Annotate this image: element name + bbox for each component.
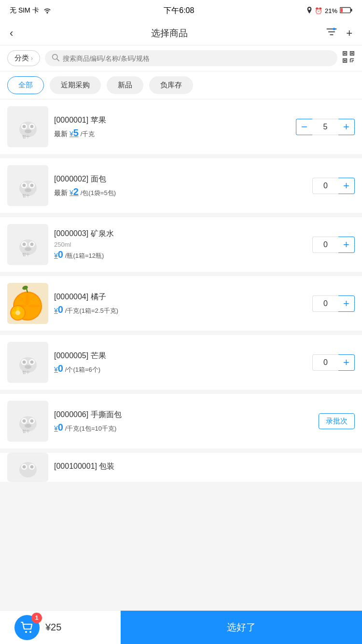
qty-plus-button[interactable]: +: [338, 237, 355, 253]
confirm-button[interactable]: 选好了: [121, 611, 362, 644]
product-name: [0000006] 手撕面包: [54, 410, 313, 420]
svg-point-58: [22, 419, 26, 422]
svg-rect-14: [344, 59, 346, 61]
svg-line-8: [57, 59, 59, 61]
price-value: ¥2: [70, 189, 79, 196]
svg-rect-2: [340, 8, 343, 12]
list-item: [0000004] 橘子 ¥0 /千克(1箱=2.5千克) +: [0, 276, 362, 331]
search-icon: [52, 54, 59, 63]
product-info: [0000002] 面包 最新 ¥2 /包(1袋=5包): [54, 174, 306, 197]
price-symbol: ¥: [54, 252, 58, 259]
status-time: 下午6:08: [164, 6, 194, 16]
battery-icon: [340, 7, 352, 15]
cart-icon: [20, 621, 34, 634]
svg-point-65: [22, 465, 26, 469]
qty-plus-button[interactable]: +: [338, 119, 355, 135]
product-name: [0000001] 苹果: [54, 115, 290, 126]
price-symbol: ¥: [54, 365, 58, 373]
product-name: [0000003] 矿泉水: [54, 229, 306, 239]
qty-plus-button[interactable]: +: [338, 178, 355, 194]
list-item: 智十 [0000002] 面包 最新 ¥2 /包(1袋=5包) +: [0, 158, 362, 213]
price-prefix: 最新: [54, 130, 70, 138]
product-info: [0000005] 芒果 ¥0 /个(1箱=6个): [54, 351, 306, 374]
status-right: ⏰ 21%: [306, 7, 352, 15]
tab-recent[interactable]: 近期采购: [50, 76, 101, 94]
price-value: ¥5: [70, 130, 79, 138]
product-name: [0000005] 芒果: [54, 351, 306, 361]
batch-button[interactable]: 录批次: [319, 413, 355, 429]
back-button[interactable]: ‹: [10, 27, 13, 40]
owl-logo: 智十: [16, 174, 40, 198]
list-item: [000100001] 包装: [0, 453, 362, 482]
filter-bar: 分类 ›: [0, 45, 362, 71]
tabs-bar: 全部 近期采购 新品 负库存: [0, 71, 362, 99]
svg-point-23: [30, 125, 33, 128]
filter-icon[interactable]: [326, 27, 337, 40]
owl-logo: [16, 455, 40, 479]
search-input[interactable]: [63, 55, 331, 62]
svg-point-31: [25, 188, 31, 192]
svg-point-29: [22, 183, 26, 187]
svg-point-66: [30, 465, 33, 469]
product-image: 智十: [7, 106, 48, 147]
svg-point-36: [22, 242, 26, 246]
chevron-icon: ›: [31, 55, 33, 62]
list-item: 智十 [0000003] 矿泉水 250ml ¥0 /瓶(1箱=12瓶) +: [0, 217, 362, 272]
bottom-bar: 1 ¥25 选好了: [0, 610, 362, 644]
qty-plus-button[interactable]: +: [338, 295, 355, 312]
price-unit: /瓶(1箱=12瓶): [65, 252, 104, 259]
svg-point-24: [25, 129, 31, 133]
price-unit: /千克(1包=10千克): [65, 425, 117, 432]
product-image: [7, 283, 48, 324]
svg-point-22: [22, 125, 26, 128]
qty-input[interactable]: [312, 237, 338, 253]
tab-new[interactable]: 新品: [107, 76, 143, 94]
product-image: 智十: [7, 224, 48, 265]
qty-input[interactable]: [312, 354, 338, 371]
svg-point-59: [30, 419, 33, 422]
battery-label: 21%: [325, 7, 337, 14]
add-button[interactable]: +: [346, 27, 352, 40]
price-unit: /千克(1箱=2.5千克): [65, 307, 118, 314]
svg-point-37: [30, 242, 33, 246]
svg-rect-1: [351, 9, 352, 12]
qty-input[interactable]: [312, 119, 338, 135]
alarm-icon: ⏰: [315, 7, 322, 14]
price-symbol: ¥: [54, 307, 58, 314]
scan-icon[interactable]: [342, 51, 355, 66]
svg-text:智十: 智十: [22, 252, 30, 257]
svg-point-68: [29, 631, 31, 633]
qty-plus-button[interactable]: +: [338, 354, 355, 371]
qty-input[interactable]: [312, 178, 338, 194]
qty-input[interactable]: [312, 295, 338, 312]
product-info: [000100001] 包装: [54, 462, 355, 474]
product-price: ¥0 /千克(1包=10千克): [54, 422, 313, 433]
owl-logo: 智十: [16, 233, 40, 257]
category-label: 分类: [14, 54, 29, 63]
product-price: 最新 ¥2 /包(1袋=5包): [54, 186, 306, 197]
product-image: 智十: [7, 342, 48, 383]
svg-point-51: [22, 360, 26, 364]
owl-logo: 智十: [16, 115, 40, 139]
price-prefix: 最新: [54, 189, 70, 196]
svg-text:智十: 智十: [22, 429, 30, 434]
svg-point-52: [30, 360, 33, 364]
svg-point-38: [25, 247, 31, 251]
wifi-icon: [43, 7, 52, 15]
list-item: 智十 [0000001] 苹果 最新 ¥5 /千克 − +: [0, 99, 362, 154]
svg-text:智十: 智十: [22, 194, 30, 198]
svg-text:智十: 智十: [22, 370, 30, 375]
product-image: 智十: [7, 401, 48, 442]
product-name: [0000002] 面包: [54, 174, 306, 184]
qty-control: +: [312, 354, 355, 371]
tab-negative[interactable]: 负库存: [149, 76, 193, 94]
qty-minus-button[interactable]: −: [296, 119, 312, 135]
product-spec: 250ml: [54, 241, 306, 248]
product-info: [0000003] 矿泉水 250ml ¥0 /瓶(1箱=12瓶): [54, 229, 306, 260]
cart-button[interactable]: 1: [14, 615, 40, 640]
product-price: ¥0 /千克(1箱=2.5千克): [54, 304, 306, 315]
category-button[interactable]: 分类 ›: [7, 50, 40, 66]
tab-all[interactable]: 全部: [7, 76, 44, 94]
product-image: [7, 453, 48, 482]
qty-control: +: [312, 237, 355, 253]
